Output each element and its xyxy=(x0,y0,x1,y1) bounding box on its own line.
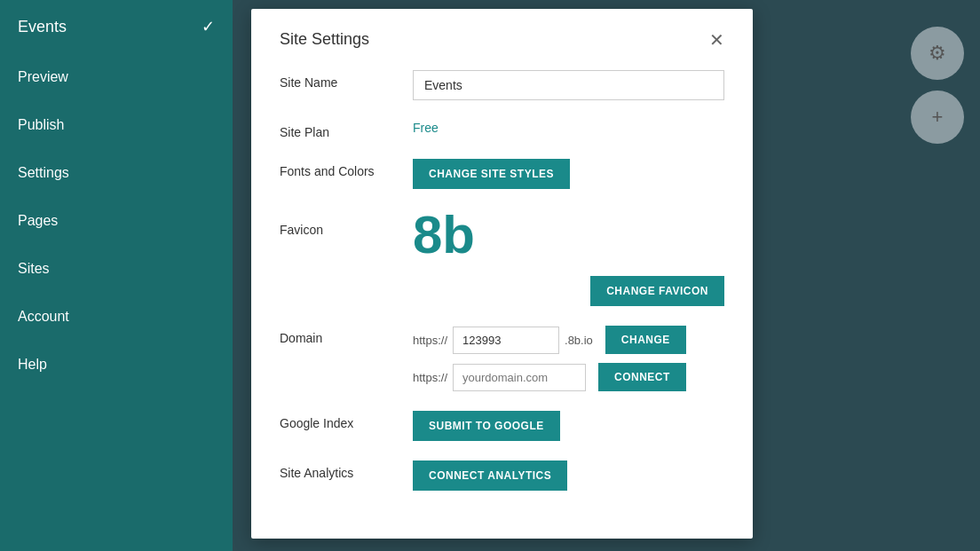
site-name-row: Site Name xyxy=(280,70,724,100)
site-name-input[interactable] xyxy=(413,70,724,100)
sidebar-item-sites[interactable]: Sites xyxy=(0,245,233,293)
submit-google-button[interactable]: SUBMIT TO GOOGLE xyxy=(413,411,560,441)
site-plan-row: Site Plan Free xyxy=(280,120,724,139)
favicon-content: 8b CHANGE FAVICON xyxy=(413,209,724,306)
favicon-row: Favicon 8b CHANGE FAVICON xyxy=(280,209,724,306)
fonts-colors-content: CHANGE SITE STYLES xyxy=(413,159,724,189)
sidebar-item-pages[interactable]: Pages xyxy=(0,197,233,245)
google-index-label: Google Index xyxy=(280,411,413,430)
sidebar-title: Events xyxy=(18,18,67,36)
fonts-colors-label: Fonts and Colors xyxy=(280,159,413,178)
modal-title: Site Settings xyxy=(280,30,369,49)
primary-domain-row: https:// .8b.io CHANGE xyxy=(413,326,724,354)
sidebar-item-help[interactable]: Help xyxy=(0,341,233,389)
favicon-preview: 8b xyxy=(413,209,724,262)
change-styles-button[interactable]: CHANGE SITE STYLES xyxy=(413,159,570,189)
favicon-label: Favicon xyxy=(280,209,413,237)
close-icon: ✕ xyxy=(709,30,724,50)
sidebar: Events ✓ Preview Publish Settings Pages … xyxy=(0,0,233,551)
domain-content: https:// .8b.io CHANGE https:// CONNECT xyxy=(413,326,724,391)
custom-domain-input[interactable] xyxy=(453,364,586,391)
site-plan-content: Free xyxy=(413,120,724,136)
site-name-content xyxy=(413,70,724,100)
domain-change-button[interactable]: CHANGE xyxy=(605,326,686,354)
custom-domain-row: https:// CONNECT xyxy=(413,363,724,391)
domain-suffix: .8b.io xyxy=(565,334,593,347)
modal-header: Site Settings ✕ xyxy=(280,30,724,49)
site-analytics-content: CONNECT ANALYTICS xyxy=(413,460,724,491)
google-index-content: SUBMIT TO GOOGLE xyxy=(413,411,724,441)
domain-value-input[interactable] xyxy=(453,327,559,354)
sidebar-item-preview[interactable]: Preview xyxy=(0,53,233,101)
sidebar-item-settings[interactable]: Settings xyxy=(0,149,233,197)
domain-row: Domain https:// .8b.io CHANGE https:// C… xyxy=(280,326,724,391)
fonts-colors-row: Fonts and Colors CHANGE SITE STYLES xyxy=(280,159,724,189)
domain-connect-button[interactable]: CONNECT xyxy=(598,363,686,391)
plus-button[interactable]: + xyxy=(911,91,964,144)
custom-domain-prefix: https:// xyxy=(413,371,447,384)
change-favicon-button[interactable]: CHANGE FAVICON xyxy=(590,276,724,306)
right-action-buttons: ⚙ + xyxy=(911,27,964,144)
domain-prefix: https:// xyxy=(413,334,447,347)
domain-label: Domain xyxy=(280,326,413,345)
modal-close-button[interactable]: ✕ xyxy=(709,31,724,49)
check-icon: ✓ xyxy=(202,17,215,36)
site-name-label: Site Name xyxy=(280,70,413,90)
connect-analytics-button[interactable]: CONNECT ANALYTICS xyxy=(413,460,567,491)
site-analytics-row: Site Analytics CONNECT ANALYTICS xyxy=(280,460,724,491)
gear-icon: ⚙ xyxy=(929,42,946,65)
site-settings-modal: Site Settings ✕ Site Name Site Plan Free… xyxy=(251,9,753,539)
sidebar-header: Events ✓ xyxy=(0,0,233,53)
site-analytics-label: Site Analytics xyxy=(280,460,413,480)
site-plan-label: Site Plan xyxy=(280,120,413,139)
plus-icon: + xyxy=(932,106,944,129)
sidebar-item-publish[interactable]: Publish xyxy=(0,101,233,149)
gear-button[interactable]: ⚙ xyxy=(911,27,964,80)
google-index-row: Google Index SUBMIT TO GOOGLE xyxy=(280,411,724,441)
site-plan-link[interactable]: Free xyxy=(413,121,439,135)
domain-group: https:// .8b.io CHANGE https:// CONNECT xyxy=(413,326,724,391)
sidebar-item-account[interactable]: Account xyxy=(0,293,233,341)
